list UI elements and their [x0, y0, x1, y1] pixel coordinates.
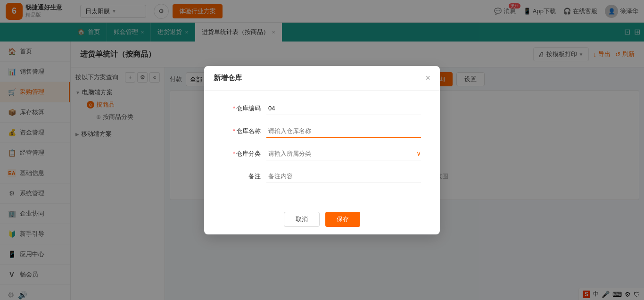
name-label: 仓库名称 [223, 127, 261, 135]
form-row-name: 仓库名称 [223, 125, 421, 138]
modal-footer: 取消 保存 [204, 204, 440, 234]
save-button[interactable]: 保存 [325, 212, 360, 227]
form-row-code: 仓库编码 [223, 102, 421, 115]
modal-header: 新增仓库 × [204, 66, 440, 91]
warehouse-name-input[interactable] [266, 125, 421, 138]
modal-overlay[interactable]: 新增仓库 × 仓库编码 仓库名称 仓库分类 ∨ [0, 0, 644, 300]
form-row-category: 仓库分类 ∨ [223, 147, 421, 160]
code-label: 仓库编码 [223, 104, 261, 113]
warehouse-category-input[interactable] [266, 147, 416, 160]
new-warehouse-modal: 新增仓库 × 仓库编码 仓库名称 仓库分类 ∨ [204, 66, 440, 234]
note-label: 备注 [223, 172, 261, 181]
modal-body: 仓库编码 仓库名称 仓库分类 ∨ 备注 [204, 91, 440, 204]
warehouse-code-input[interactable] [266, 102, 421, 115]
category-dropdown-arrow[interactable]: ∨ [416, 150, 421, 157]
form-row-note: 备注 [223, 170, 421, 183]
category-label: 仓库分类 [223, 150, 261, 158]
modal-close-btn[interactable]: × [425, 74, 430, 82]
cancel-button[interactable]: 取消 [284, 212, 320, 227]
modal-title: 新增仓库 [214, 74, 242, 83]
warehouse-note-input[interactable] [266, 170, 421, 183]
category-select-wrapper: ∨ [266, 147, 421, 160]
